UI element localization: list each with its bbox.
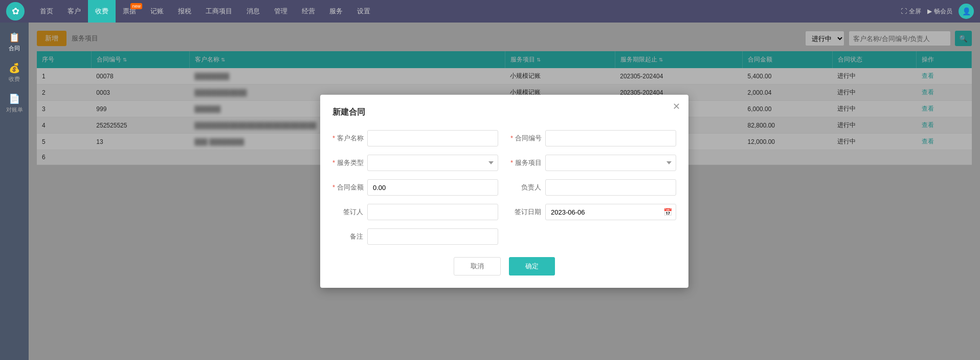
form-row-2: 服务类型 服务项目 bbox=[332, 155, 676, 171]
label-note: 备注 bbox=[332, 232, 363, 241]
calendar-icon[interactable]: 📅 bbox=[663, 208, 672, 216]
billing-icon: 💰 bbox=[9, 62, 20, 74]
nav-account[interactable]: 记账 bbox=[143, 0, 171, 23]
nav-business[interactable]: 工商项目 bbox=[198, 0, 239, 23]
input-customer-name[interactable] bbox=[367, 130, 498, 146]
input-responsible-person[interactable] bbox=[545, 179, 676, 196]
contract-icon: 📋 bbox=[9, 32, 20, 43]
label-contract-no: 合同编号 bbox=[510, 134, 541, 143]
input-note[interactable] bbox=[367, 228, 498, 245]
form-group-service-type: 服务类型 bbox=[332, 155, 498, 171]
label-contract-amount: 合同金额 bbox=[332, 183, 363, 192]
form-row-5: 备注 bbox=[332, 228, 676, 245]
modal-overlay: ✕ 新建合同 客户名称 合同编号 服务类型 bbox=[29, 23, 980, 360]
main-content: 新增 服务项目 进行中 已结束 全部 🔍 序号 合同编号 ⇅ 客户名称 ⇅ 服务… bbox=[29, 23, 980, 360]
nav-manage[interactable]: 管理 bbox=[267, 0, 295, 23]
form-group-service-item: 服务项目 bbox=[510, 155, 676, 171]
form-group-signer: 签订人 bbox=[332, 204, 498, 220]
input-contract-amount[interactable] bbox=[367, 179, 498, 196]
nav-tax[interactable]: 报税 bbox=[171, 0, 198, 23]
sidebar-item-billing[interactable]: 💰 收费 bbox=[1, 58, 28, 87]
member-button[interactable]: ▶ 畅会员 bbox=[927, 7, 952, 16]
label-responsible-person: 负责人 bbox=[510, 183, 541, 192]
form-group-responsible: 负责人 bbox=[510, 179, 676, 196]
fullscreen-icon: ⛶ bbox=[901, 8, 907, 15]
modal-close-button[interactable]: ✕ bbox=[673, 101, 680, 112]
nav-service[interactable]: 服务 bbox=[322, 0, 350, 23]
date-input-wrapper: 📅 bbox=[545, 204, 676, 220]
app-logo: ✿ bbox=[6, 2, 25, 20]
form-group-amount: 合同金额 bbox=[332, 179, 498, 196]
reconciliation-icon: 📄 bbox=[9, 93, 20, 104]
label-signer: 签订人 bbox=[332, 207, 363, 217]
fullscreen-button[interactable]: ⛶ 全屏 bbox=[901, 7, 921, 16]
label-sign-date: 签订日期 bbox=[510, 207, 541, 217]
nav-right-section: ⛶ 全屏 ▶ 畅会员 👤 bbox=[901, 4, 974, 19]
nav-operation[interactable]: 经营 bbox=[295, 0, 322, 23]
input-sign-date[interactable] bbox=[545, 204, 676, 220]
label-service-type: 服务类型 bbox=[332, 158, 363, 167]
form-row-1: 客户名称 合同编号 bbox=[332, 130, 676, 146]
member-label: 畅会员 bbox=[934, 7, 952, 16]
fullscreen-label: 全屏 bbox=[909, 7, 921, 16]
confirm-button[interactable]: 确定 bbox=[509, 257, 555, 276]
sidebar-label-reconciliation: 对账单 bbox=[6, 106, 23, 114]
nav-customer[interactable]: 客户 bbox=[60, 0, 88, 23]
select-service-type[interactable] bbox=[367, 155, 498, 171]
input-contract-no[interactable] bbox=[545, 130, 676, 146]
cancel-button[interactable]: 取消 bbox=[454, 257, 501, 276]
label-customer-name: 客户名称 bbox=[332, 134, 363, 143]
main-layout: 📋 合同 💰 收费 📄 对账单 新增 服务项目 进行中 已结束 全部 🔍 bbox=[0, 23, 980, 360]
form-row-3: 合同金额 负责人 bbox=[332, 179, 676, 196]
nav-billing[interactable]: 收费 bbox=[88, 0, 116, 23]
modal-footer: 取消 确定 bbox=[332, 257, 676, 276]
nav-home[interactable]: 首页 bbox=[33, 0, 60, 23]
select-service-item[interactable] bbox=[545, 155, 676, 171]
nav-invoice[interactable]: 票据 new bbox=[116, 0, 143, 23]
form-group-customer-name: 客户名称 bbox=[332, 130, 498, 146]
new-badge: new bbox=[130, 3, 142, 9]
avatar[interactable]: 👤 bbox=[959, 4, 974, 19]
form-group-sign-date: 签订日期 📅 bbox=[510, 204, 676, 220]
input-signer[interactable] bbox=[367, 204, 498, 220]
nav-settings[interactable]: 设置 bbox=[350, 0, 377, 23]
label-service-item: 服务项目 bbox=[510, 158, 541, 167]
nav-message[interactable]: 消息 bbox=[239, 0, 267, 23]
play-icon: ▶ bbox=[927, 8, 932, 15]
sidebar-label-contract: 合同 bbox=[9, 45, 20, 52]
sidebar: 📋 合同 💰 收费 📄 对账单 bbox=[0, 23, 29, 360]
modal-title: 新建合同 bbox=[332, 107, 676, 118]
new-contract-modal: ✕ 新建合同 客户名称 合同编号 服务类型 bbox=[320, 95, 688, 288]
form-row-4: 签订人 签订日期 📅 bbox=[332, 204, 676, 220]
sidebar-item-contract[interactable]: 📋 合同 bbox=[1, 28, 28, 56]
top-navigation: ✿ 首页 客户 收费 票据 new 记账 报税 工商项目 消息 管理 经营 服务… bbox=[0, 0, 980, 23]
sidebar-label-billing: 收费 bbox=[9, 75, 20, 83]
form-group-contract-no: 合同编号 bbox=[510, 130, 676, 146]
form-group-note: 备注 bbox=[332, 228, 498, 245]
sidebar-item-reconciliation[interactable]: 📄 对账单 bbox=[1, 89, 28, 118]
